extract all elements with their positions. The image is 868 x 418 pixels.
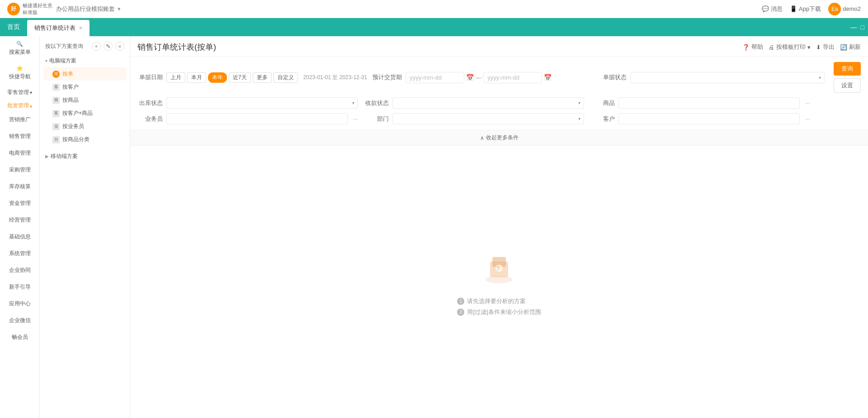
- collection-status-select-wrap: ▾: [392, 97, 584, 109]
- sidebar-item-purchase[interactable]: 采购管理: [0, 162, 39, 178]
- filter-out-status-section: 出库状态 ▾: [137, 97, 358, 109]
- topbar: 好 畅捷通好生意 标准版 办公用品行业模拟账套 ▾ 💬 消息 📱 App下载 E…: [0, 0, 868, 18]
- message-button[interactable]: 💬 消息: [762, 5, 783, 13]
- scheme-item-按业务员[interactable]: 业 按业务员: [43, 120, 126, 133]
- panel-actions: + ✎ «: [92, 42, 124, 51]
- date-btn-this-month[interactable]: 本月: [187, 72, 206, 83]
- goods-label: 商品: [590, 99, 615, 107]
- date-btn-more[interactable]: 更多: [253, 72, 272, 83]
- date-btn-this-year[interactable]: 本年: [208, 72, 227, 83]
- message-icon: 💬: [762, 5, 769, 12]
- export-button[interactable]: ⬇ 导出: [816, 43, 835, 51]
- refresh-button[interactable]: 🔄 刷新: [840, 43, 861, 51]
- tab-home[interactable]: 首页: [0, 18, 27, 36]
- sidebar-item-wholesale[interactable]: 批发管理 ▴: [0, 98, 39, 111]
- filter-collection-status-section: 收款状态 ▾: [363, 97, 584, 109]
- sidebar-item-quick-nav[interactable]: ⭐ 快捷导航: [0, 61, 39, 85]
- sidebar-item-base[interactable]: 基础信息: [0, 228, 39, 245]
- collapse-bar[interactable]: ∧ 收起更多条件: [130, 130, 868, 146]
- salesperson-more-icon[interactable]: ···: [353, 115, 358, 122]
- scheme-item-按客户商品[interactable]: 客 按客户+商品: [43, 107, 126, 120]
- star-icon: ⭐: [16, 65, 23, 71]
- template-print-button[interactable]: 🖨 按模板打印 ▾: [769, 43, 811, 51]
- pc-group-title[interactable]: ▾ 电脑端方案: [43, 54, 126, 67]
- sidebar-item-retail[interactable]: 零售管理 ▾: [0, 85, 39, 98]
- expected-date-label: 预计交货期: [373, 73, 402, 81]
- phone-icon: 📱: [790, 5, 797, 12]
- sidebar-item-member[interactable]: 畅会员: [0, 329, 39, 346]
- content-area: 按以下方案查询 + ✎ « ▾ 电脑端方案 按 按单 客 按客: [40, 36, 868, 418]
- scheme-item-按商品分类[interactable]: 分 按商品分类: [43, 133, 126, 146]
- scheme-item-按客户[interactable]: 客 按客户: [43, 81, 126, 94]
- help-button[interactable]: ❓ 帮助: [742, 43, 763, 51]
- empty-tips: 1 请先选择要分析的方案 2 用[过滤]条件来缩小分析范围: [457, 297, 541, 316]
- refresh-icon: 🔄: [840, 44, 847, 51]
- dept-input[interactable]: [392, 113, 584, 124]
- sidebar-item-wechat[interactable]: 企业微信: [0, 312, 39, 329]
- expected-date-wrap: 📅 — 📅: [406, 72, 596, 83]
- breadcrumb: 办公用品行业模拟账套 ▾: [56, 5, 121, 13]
- scheme-icon: 客: [52, 84, 60, 91]
- goods-more-icon[interactable]: ···: [805, 100, 810, 106]
- tab-close-icon[interactable]: ×: [79, 25, 82, 31]
- sidebar-item-search[interactable]: 🔍 搜索菜单: [0, 36, 39, 61]
- tip-num-2: 2: [457, 309, 464, 316]
- edit-scheme-button[interactable]: ✎: [104, 42, 113, 51]
- logo-area: 好 畅捷通好生意 标准版: [7, 2, 52, 15]
- scheme-active-icon: 按: [52, 71, 60, 78]
- tab-bar-actions: — □: [851, 24, 868, 31]
- user-menu[interactable]: Ea demo2: [828, 3, 861, 15]
- goods-input[interactable]: [618, 97, 800, 109]
- add-scheme-button[interactable]: +: [92, 42, 101, 51]
- salesperson-label: 业务员: [137, 115, 163, 123]
- sidebar-item-sales[interactable]: 销售管理: [0, 128, 39, 145]
- sidebar-item-marketing[interactable]: 营销推广: [0, 111, 39, 128]
- calendar-to-icon[interactable]: 📅: [544, 74, 552, 81]
- scheme-item-按单[interactable]: 按 按单: [43, 67, 126, 81]
- settings-button[interactable]: 设置: [834, 78, 861, 93]
- expected-date-to-input[interactable]: [483, 72, 542, 83]
- app-download-button[interactable]: 📱 App下载: [790, 5, 821, 13]
- sidebar-item-inventory[interactable]: 库存核算: [0, 178, 39, 195]
- date-quick-btns: 上月 本月 本年 近7天 更多 自定义: [166, 72, 298, 83]
- search-icon: 🔍: [16, 41, 23, 47]
- sidebar-item-ecommerce[interactable]: 电商管理: [0, 145, 39, 162]
- collapse-button[interactable]: ∧ 收起更多条件: [480, 134, 519, 142]
- collection-status-input[interactable]: [392, 97, 584, 109]
- mobile-group-title[interactable]: ▶ 移动端方案: [43, 150, 126, 163]
- tab-sales-order-stat[interactable]: 销售订单统计表 ×: [27, 20, 90, 36]
- sidebar-item-system[interactable]: 系统管理: [0, 245, 39, 262]
- salesperson-input[interactable]: [166, 113, 348, 124]
- page-title: 销售订单统计表(按单): [137, 42, 216, 52]
- scheme-item-按商品[interactable]: 商 按商品: [43, 94, 126, 107]
- breadcrumb-dropdown-icon[interactable]: ▾: [118, 5, 121, 12]
- logo-icon: 好: [7, 3, 20, 15]
- expected-date-from-input[interactable]: [406, 72, 464, 83]
- sidebar-item-finance[interactable]: 资金管理: [0, 195, 39, 212]
- sidebar-item-newbie[interactable]: 新手引导: [0, 279, 39, 295]
- order-status-input[interactable]: [630, 72, 825, 83]
- svg-text:?: ?: [496, 266, 500, 272]
- query-action-area: 查询 设置: [834, 62, 861, 93]
- customer-more-icon[interactable]: ···: [805, 115, 810, 122]
- query-button[interactable]: 查询: [834, 62, 861, 76]
- calendar-from-icon[interactable]: 📅: [466, 74, 474, 81]
- sidebar-item-enterprise[interactable]: 企业协同: [0, 262, 39, 279]
- date-btn-7days[interactable]: 近7天: [229, 72, 251, 83]
- filter-expected-date-section: 预计交货期 📅 — 📅: [373, 72, 596, 83]
- collapse-panel-button[interactable]: «: [115, 42, 124, 51]
- dept-select-wrap: ▾: [392, 113, 584, 124]
- date-btn-custom[interactable]: 自定义: [274, 72, 298, 83]
- filter-goods-section: 商品 ···: [590, 97, 810, 109]
- tabbar: 首页 销售订单统计表 × — □: [0, 18, 868, 36]
- tip-num-1: 1: [457, 298, 464, 305]
- window-minimize-icon[interactable]: —: [851, 24, 857, 31]
- out-status-input[interactable]: [166, 97, 358, 109]
- window-maximize-icon[interactable]: □: [861, 24, 864, 31]
- date-btn-prev-month[interactable]: 上月: [166, 72, 185, 83]
- sidebar-item-app-center[interactable]: 应用中心: [0, 295, 39, 312]
- filter-row-1: 单据日期 上月 本月 本年 近7天 更多 自定义 2023-01-01 至: [137, 62, 861, 93]
- sidebar-item-operations[interactable]: 经营管理: [0, 212, 39, 228]
- export-icon: ⬇: [816, 44, 821, 51]
- customer-input[interactable]: [618, 113, 800, 124]
